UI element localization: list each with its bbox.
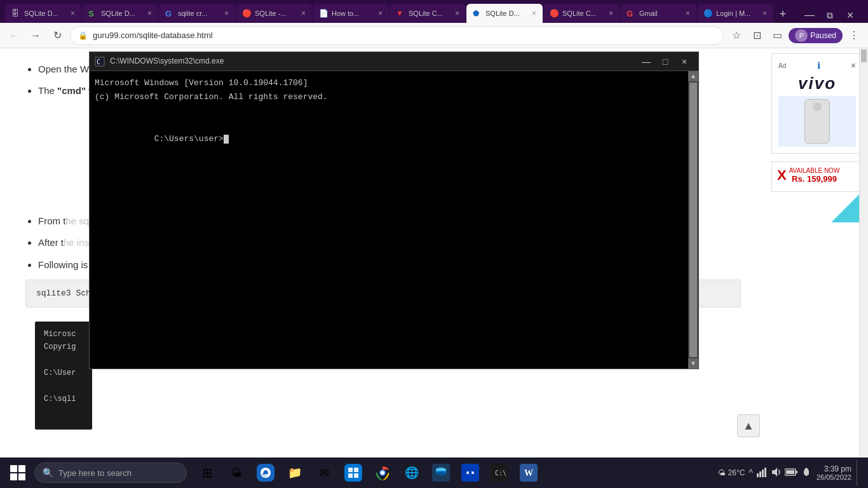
cmd-scroll-down[interactable]: ▼ [688, 358, 698, 369]
start-button[interactable] [3, 458, 33, 488]
system-icons: 🌤 26°C ^ [718, 467, 811, 479]
screenshot-button[interactable]: ⊡ [748, 27, 766, 44]
tab-1-close[interactable]: × [71, 9, 75, 18]
forward-button[interactable]: → [27, 27, 44, 44]
ad-close-button[interactable]: × [851, 60, 856, 71]
svg-rect-29 [805, 475, 808, 476]
tab-10-favicon: 🔵 [703, 9, 712, 18]
bookmark-button[interactable]: ☆ [728, 27, 745, 44]
tab-10[interactable]: 🔵 Login | M... × [697, 4, 773, 23]
taskbar-app-store[interactable] [339, 459, 367, 487]
taskbar-app-widgets[interactable]: 🌤 [222, 459, 250, 487]
address-bar[interactable]: 🔒 guru99.com/sqlite-database.html [70, 26, 724, 45]
taskbar-app-chrome[interactable] [369, 459, 397, 487]
tab-10-label: Login | M... [716, 10, 759, 17]
minimize-window-button[interactable]: — [801, 8, 818, 23]
close-window-button[interactable]: × [841, 8, 859, 23]
tab-9-close[interactable]: × [686, 9, 690, 18]
tab-2-close[interactable]: × [147, 9, 152, 18]
taskbar-app-edge[interactable] [252, 459, 280, 487]
tab-5[interactable]: 📄 How to... × [313, 4, 389, 23]
svg-rect-3 [354, 468, 358, 472]
split-view-button[interactable]: ▭ [768, 27, 786, 44]
profile-button[interactable]: P Paused [789, 28, 843, 43]
clock-display[interactable]: 3:39 pm 26/05/2022 [817, 464, 851, 481]
cmd-minimize-button[interactable]: — [637, 55, 655, 69]
taskbar-app-terminal[interactable]: C:\ [485, 459, 513, 487]
svg-rect-2 [348, 468, 353, 472]
page-cmd-line1: Microsc [44, 328, 83, 341]
back-button[interactable]: ← [5, 27, 23, 44]
taskbar-app-mail[interactable]: ✉ [310, 459, 338, 487]
tab-10-close[interactable]: × [763, 9, 767, 18]
terminal-icon: C:\ [491, 464, 508, 482]
tab-7[interactable]: ⬟ SQLite D... × [466, 4, 543, 23]
taskbar-app-files[interactable]: 📁 [281, 459, 309, 487]
taskbar-app-dbbrowser[interactable] [427, 459, 455, 487]
scroll-top-button[interactable]: ▲ [737, 414, 760, 437]
tab-7-close[interactable]: × [532, 9, 536, 18]
vivo-logo: vivo [778, 73, 856, 93]
time-text: 3:39 pm [817, 464, 851, 473]
vivo-ad: Ad ℹ × vivo [771, 53, 863, 154]
tab-8-favicon: 🔴 [550, 9, 559, 18]
restore-window-button[interactable]: ⧉ [821, 8, 839, 23]
show-desktop-button[interactable] [857, 460, 860, 485]
cmd-controls: — □ × [637, 55, 693, 69]
weather-widget[interactable]: 🌤 26°C [718, 468, 745, 477]
tab-3-close[interactable]: × [224, 9, 229, 18]
svg-point-16 [469, 471, 472, 475]
ad-sidebar: Ad ℹ × vivo X AVAILABLE NOW [766, 48, 868, 488]
tab-2-favicon: S [88, 9, 97, 18]
network-icon[interactable] [757, 467, 767, 479]
tab-1-label: SQLite D... [24, 10, 67, 17]
svg-rect-21 [757, 473, 759, 477]
scrollbar-thumb[interactable] [861, 50, 867, 62]
tab-6[interactable]: ▼ SQLite C... × [390, 4, 466, 23]
tab-5-close[interactable]: × [378, 9, 383, 18]
svg-text:W: W [524, 468, 533, 478]
tab-9[interactable]: G Gmail × [620, 4, 696, 23]
tab-8[interactable]: 🔴 SQLite C... × [543, 4, 620, 23]
taskbar-search[interactable]: 🔍 Type here to search [34, 463, 187, 483]
tab-4-close[interactable]: × [301, 9, 306, 18]
menu-button[interactable]: ⋮ [845, 27, 863, 44]
tab-4[interactable]: 🔴 SQLite -... × [236, 4, 312, 23]
notification-icon[interactable] [801, 467, 811, 479]
profile-label: Paused [810, 31, 836, 40]
vivo-buy-ad: X AVAILABLE NOW Rs. 159,999 [771, 161, 863, 192]
page-cmd-line4: C:\User [44, 367, 83, 379]
tab-6-close[interactable]: × [455, 9, 459, 18]
cmd-prompt-line: C:\Users\user> [95, 118, 693, 160]
new-tab-button[interactable]: + [774, 5, 792, 23]
taskbar: 🔍 Type here to search ⊞ 🌤 📁 ✉ [0, 458, 868, 488]
page-cmd-image: Microsc Copyrig C:\User C:\sqli [35, 322, 92, 430]
cmd-scroll-up[interactable]: ▲ [688, 71, 698, 81]
cmd-maximize-button[interactable]: □ [656, 55, 674, 69]
taskbar-app-google[interactable]: 🌐 [398, 459, 426, 487]
tab-8-label: SQLite C... [562, 10, 605, 17]
taskbar-app-taskview[interactable]: ⊞ [193, 459, 221, 487]
webpage-content: Open the Windows Command Line tool (cmd.… [0, 48, 766, 488]
tab-2[interactable]: S SQLite D... × [82, 4, 158, 23]
chevron-up-icon[interactable]: ^ [749, 468, 753, 478]
tab-3[interactable]: G sqlite cr... × [159, 4, 235, 23]
tab-8-close[interactable]: × [609, 9, 613, 18]
tab-1[interactable]: 🗄 SQLite D... × [5, 4, 81, 23]
search-icon: 🔍 [43, 468, 53, 478]
tab-6-favicon: ▼ [396, 9, 405, 18]
volume-icon[interactable] [771, 467, 781, 479]
svg-rect-22 [759, 471, 761, 477]
cmd-scroll-thumb[interactable] [689, 83, 697, 357]
page-scrollbar[interactable] [859, 48, 868, 488]
taskbar-app-word[interactable]: W [515, 459, 543, 487]
cmd-line-3 [95, 104, 693, 118]
battery-icon[interactable] [785, 468, 797, 478]
cmd-scrollbar[interactable]: ▲ ▼ [688, 71, 698, 369]
cmd-close-button[interactable]: × [675, 55, 693, 69]
reload-button[interactable]: ↻ [48, 27, 66, 44]
taskbar-app-teamviewer[interactable] [456, 459, 484, 487]
tab-5-label: How to... [332, 10, 374, 17]
cmd-title-text: C:\WINDOWS\system32\cmd.exe [110, 55, 632, 67]
profile-avatar: P [795, 29, 808, 42]
